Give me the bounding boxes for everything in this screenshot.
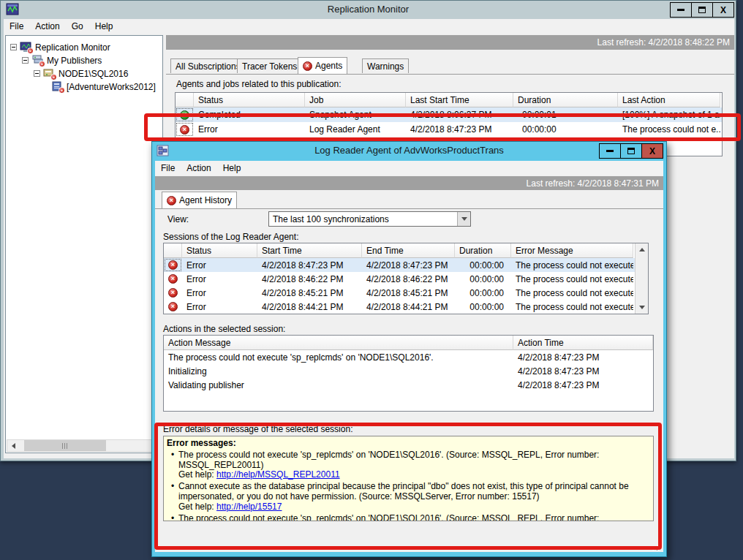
view-combobox[interactable]: The last 100 synchronizations <box>268 211 471 227</box>
tab-tracer-tokens[interactable]: Tracer Tokens <box>237 58 302 73</box>
header-duration[interactable]: Duration <box>513 93 618 107</box>
header-job[interactable]: Job <box>305 93 406 107</box>
agent-minimize-button[interactable] <box>599 143 621 159</box>
tree-item-publication-adventureworks2012[interactable]: × [AdventureWorks2012] <box>51 80 156 93</box>
tab-agent-history[interactable]: × Agent History <box>162 192 237 208</box>
collapse-expander-icon[interactable] <box>10 44 17 50</box>
cell-duration: 00:00:00 <box>455 260 511 270</box>
agent-tab-strip: × Agent History <box>155 192 663 209</box>
tree-item-label: NODE1\SQL2016 <box>59 69 128 79</box>
session-row-3[interactable]: × Error 4/2/2018 8:44:21 PM 4/2/2018 8:4… <box>164 300 648 314</box>
tab-warnings[interactable]: Warnings <box>362 58 409 73</box>
header-status[interactable]: Status <box>182 243 257 258</box>
scroll-up-arrow-icon[interactable] <box>635 243 648 256</box>
header-status[interactable]: Status <box>194 93 305 107</box>
cell-last-start: 4/2/2018 8:06:37 PM <box>406 110 513 120</box>
collapse-expander-icon[interactable] <box>34 70 40 77</box>
main-refresh-bar: Last refresh: 4/2/2018 8:48:22 PM <box>166 35 734 50</box>
collapse-expander-icon[interactable] <box>22 57 29 64</box>
session-row-0[interactable]: × Error 4/2/2018 8:47:23 PM 4/2/2018 8:4… <box>164 258 648 272</box>
tree-item-my-publishers[interactable]: × My Publishers <box>22 54 102 67</box>
cell-duration: 00:00:00 <box>455 274 511 284</box>
error-status-icon: × <box>167 196 176 205</box>
agents-table-header[interactable]: Status Job Last Start Time Duration Last… <box>176 93 722 107</box>
main-minimize-button[interactable] <box>670 2 692 18</box>
header-end-time[interactable]: End Time <box>362 243 455 258</box>
tab-agents[interactable]: × Agents <box>298 57 347 74</box>
agents-row-log-reader-agent[interactable]: × Error Log Reader Agent 4/2/2018 8:47:2… <box>176 122 722 137</box>
scrollbar-thumb[interactable] <box>24 440 106 451</box>
scroll-left-arrow-icon[interactable] <box>7 440 20 451</box>
main-maximize-button[interactable] <box>691 2 713 18</box>
tab-all-subscriptions[interactable]: All Subscriptions <box>170 58 246 73</box>
action-row-0[interactable]: The process could not execute 'sp_replcm… <box>164 350 653 364</box>
main-menu-go[interactable]: Go <box>66 20 89 33</box>
combobox-dropdown-button[interactable] <box>457 212 470 226</box>
header-action-time[interactable]: Action Time <box>513 336 653 350</box>
header-last-action[interactable]: Last Action <box>618 93 720 107</box>
agent-maximize-button[interactable] <box>620 143 642 159</box>
header-action-message[interactable]: Action Message <box>164 336 513 350</box>
view-combobox-value: The last 100 synchronizations <box>269 214 457 224</box>
header-status-icon-col[interactable] <box>164 243 182 258</box>
cell-end: 4/2/2018 8:46:22 PM <box>362 274 455 284</box>
main-menu-action[interactable]: Action <box>29 20 65 33</box>
header-start-time[interactable]: Start Time <box>257 243 362 258</box>
tree-item-replication-monitor[interactable]: × Replication Monitor <box>10 41 110 53</box>
error-message-text: The process could not execute 'sp_replcm… <box>178 450 647 471</box>
error-status-icon: × <box>168 274 178 284</box>
tree-horizontal-scrollbar[interactable] <box>7 439 162 452</box>
session-row-1[interactable]: × Error 4/2/2018 8:46:22 PM 4/2/2018 8:4… <box>164 272 648 286</box>
error-message-item: • The process could not execute 'sp_repl… <box>167 450 647 480</box>
cell-last-start: 4/2/2018 8:47:23 PM <box>406 124 513 135</box>
main-menu-file[interactable]: File <box>4 20 29 33</box>
help-link[interactable]: http://help/15517 <box>216 502 282 512</box>
main-tab-strip: All Subscriptions Tracer Tokens × Agents… <box>166 57 734 75</box>
main-menu-help[interactable]: Help <box>89 20 119 33</box>
tab-label: Tracer Tokens <box>242 61 297 72</box>
publisher-server-icon: × <box>43 68 56 79</box>
header-duration[interactable]: Duration <box>455 243 511 258</box>
actions-table-header[interactable]: Action Message Action Time <box>164 336 653 350</box>
agent-menu-action[interactable]: Action <box>181 162 216 175</box>
cell-action-time: 4/2/2018 8:47:23 PM <box>513 366 653 377</box>
bullet-icon: • <box>167 450 178 480</box>
header-error-message[interactable]: Error Message <box>511 243 633 258</box>
error-message-text: Cannot execute as the database principal… <box>178 482 647 502</box>
main-close-button[interactable]: X <box>712 2 734 18</box>
maximize-icon <box>627 148 635 154</box>
session-row-2[interactable]: × Error 4/2/2018 8:45:21 PM 4/2/2018 8:4… <box>164 286 648 300</box>
sessions-table-header[interactable]: Status Start Time End Time Duration Erro… <box>164 243 648 258</box>
sessions-vertical-scrollbar[interactable] <box>635 243 648 314</box>
main-menu-bar: File Action Go Help <box>4 19 734 34</box>
agents-row-snapshot-agent[interactable]: ✓ Completed Snapshot Agent 4/2/2018 8:06… <box>176 107 722 122</box>
main-last-refresh: Last refresh: 4/2/2018 8:48:22 PM <box>597 37 730 48</box>
agent-menu-file[interactable]: File <box>155 162 181 175</box>
tree-item-label: [AdventureWorks2012] <box>67 82 156 92</box>
help-link[interactable]: http://help/MSSQL_REPL20011 <box>216 469 340 480</box>
header-last-start-time[interactable]: Last Start Time <box>406 93 513 107</box>
error-badge-icon: × <box>39 61 45 67</box>
agent-menu-help[interactable]: Help <box>217 162 247 175</box>
cell-error: The process could not execute '... <box>511 274 633 284</box>
cell-action-message: Initializing <box>164 366 513 377</box>
error-badge-icon: × <box>59 87 65 94</box>
tab-label: Warnings <box>367 61 404 72</box>
agent-window-app-icon <box>156 145 169 156</box>
main-window-title: Replication Monitor <box>1 1 736 15</box>
agent-close-button[interactable]: X <box>641 143 663 159</box>
error-status-icon: × <box>303 61 312 71</box>
header-status-icon-col[interactable] <box>176 93 194 107</box>
get-help-label: Get help: <box>178 469 216 480</box>
main-title-bar[interactable]: Replication Monitor X <box>1 1 736 18</box>
agent-title-bar[interactable]: Log Reader Agent of AdvWorksProductTrans… <box>152 142 666 160</box>
agent-menu-bar: File Action Help <box>155 161 663 175</box>
cell-error: The process could not execute '... <box>511 260 633 270</box>
scroll-down-arrow-icon[interactable] <box>635 301 648 314</box>
tree-item-publisher-node1-sql2016[interactable]: × NODE1\SQL2016 <box>34 67 128 80</box>
cell-status: Error <box>194 124 305 135</box>
tab-label: Agents <box>315 61 342 71</box>
action-row-1[interactable]: Initializing 4/2/2018 8:47:23 PM <box>164 364 653 378</box>
resize-grip[interactable] <box>652 541 662 550</box>
action-row-2[interactable]: Validating publisher 4/2/2018 8:47:23 PM <box>164 378 653 392</box>
